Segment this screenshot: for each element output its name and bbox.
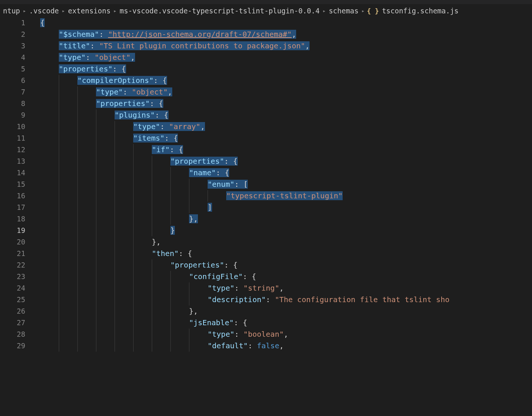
line-number[interactable]: 18 — [0, 213, 25, 225]
chevron-right-icon: ▸ — [320, 8, 328, 14]
token-colon: : — [154, 76, 163, 85]
token-string: "TS Lint plugin contributions to package… — [99, 41, 305, 50]
breadcrumb-item[interactable]: .vscode — [28, 7, 60, 15]
token-link: "http://json-schema.org/draft-07/schema#… — [108, 30, 292, 39]
line-number[interactable]: 5 — [0, 63, 25, 75]
token-colon: : — [234, 180, 243, 189]
line-number[interactable]: 20 — [0, 236, 25, 248]
code-line[interactable]: "type": "boolean", — [40, 329, 532, 340]
code-line[interactable]: "title": "TS Lint plugin contributions t… — [40, 40, 532, 52]
line-number[interactable]: 29 — [0, 340, 25, 352]
token-colon: : — [155, 111, 164, 119]
token-comma: , — [193, 307, 198, 316]
line-number[interactable]: 26 — [0, 305, 25, 317]
token-comma: , — [305, 41, 310, 50]
line-number[interactable]: 1 — [0, 17, 25, 29]
chevron-right-icon: ▸ — [111, 8, 119, 14]
token-colon: : — [90, 41, 99, 50]
code-line[interactable]: "properties": { — [40, 98, 532, 109]
code-line[interactable]: } — [40, 225, 532, 236]
line-number[interactable]: 16 — [0, 190, 25, 202]
code-line[interactable]: "properties": { — [40, 63, 532, 75]
line-number[interactable]: 2 — [0, 29, 25, 40]
code-line[interactable]: "type": "object", — [40, 86, 532, 98]
token-key: "properties" — [96, 99, 150, 108]
line-number[interactable]: 21 — [0, 248, 25, 259]
line-number[interactable]: 11 — [0, 132, 25, 144]
line-number[interactable]: 22 — [0, 259, 25, 271]
token-brace: { — [225, 168, 229, 177]
line-number[interactable]: 27 — [0, 317, 25, 329]
line-number[interactable]: 10 — [0, 121, 25, 132]
token-key: "type" — [208, 330, 234, 339]
line-number[interactable]: 8 — [0, 98, 25, 109]
code-line[interactable]: "properties": { — [40, 259, 532, 271]
token-key: "compilerOptions" — [77, 76, 154, 85]
token-brace: { — [233, 157, 238, 166]
code-line[interactable]: "compilerOptions": { — [40, 75, 532, 86]
code-line[interactable]: }, — [40, 236, 532, 248]
line-number[interactable]: 14 — [0, 167, 25, 179]
code-line[interactable]: "then": { — [40, 248, 532, 259]
breadcrumb-item[interactable]: extensions — [67, 7, 111, 15]
line-number[interactable]: 13 — [0, 156, 25, 167]
line-number[interactable]: 19 — [0, 225, 25, 236]
code-line[interactable]: "if": { — [40, 144, 532, 156]
token-key: "type" — [133, 122, 160, 131]
breadcrumb-item[interactable]: tsconfig.schema.js — [381, 7, 459, 15]
line-number[interactable]: 24 — [0, 282, 25, 294]
code-line[interactable]: "typescript-tslint-plugin" — [40, 190, 532, 202]
code-line[interactable]: "name": { — [40, 167, 532, 179]
code-line[interactable]: "$schema": "http://json-schema.org/draft… — [40, 29, 532, 40]
code-line[interactable]: }, — [40, 305, 532, 317]
token-brace: { — [179, 145, 183, 154]
token-key: "configFile" — [189, 272, 243, 281]
code-area[interactable]: {"$schema": "http://json-schema.org/draf… — [35, 17, 532, 416]
code-line[interactable]: "properties": { — [40, 156, 532, 167]
token-brace: } — [189, 214, 193, 223]
line-number[interactable]: 28 — [0, 329, 25, 340]
line-number[interactable]: 9 — [0, 109, 25, 121]
code-line[interactable]: "type": "string", — [40, 282, 532, 294]
code-line[interactable]: "type": "object", — [40, 52, 532, 63]
token-key: "plugins" — [115, 111, 155, 119]
code-line[interactable]: ] — [40, 202, 532, 213]
token-brace: { — [188, 249, 192, 258]
token-colon: : — [234, 318, 243, 327]
code-line[interactable]: "type": "array", — [40, 121, 532, 132]
code-line[interactable]: "plugins": { — [40, 109, 532, 121]
token-comma: , — [201, 122, 205, 131]
token-colon: : — [164, 134, 173, 143]
breadcrumb-item[interactable]: ms-vscode.vscode-typescript-tslint-plugi… — [119, 7, 321, 15]
token-key: "if" — [152, 145, 170, 154]
token-colon: : — [266, 295, 275, 304]
code-line[interactable]: "items": { — [40, 132, 532, 144]
line-number-gutter[interactable]: 1234567891011121314151617181920212223242… — [0, 17, 35, 416]
line-number[interactable]: 7 — [0, 86, 25, 98]
line-number[interactable]: 3 — [0, 40, 25, 52]
line-number[interactable]: 6 — [0, 75, 25, 86]
tab-bar[interactable] — [0, 0, 532, 4]
breadcrumb[interactable]: ntup ▸ .vscode ▸ extensions ▸ ms-vscode.… — [0, 4, 532, 17]
line-number[interactable]: 25 — [0, 294, 25, 305]
code-line[interactable]: "configFile": { — [40, 271, 532, 282]
breadcrumb-item[interactable]: ntup — [2, 7, 21, 15]
token-key: "then" — [152, 249, 179, 258]
code-line[interactable]: "default": false, — [40, 340, 532, 352]
token-string: "The configuration file that tslint sho — [275, 295, 450, 304]
token-comma: , — [168, 87, 172, 96]
breadcrumb-item[interactable]: schemas — [328, 7, 359, 15]
line-number[interactable]: 12 — [0, 144, 25, 156]
line-number[interactable]: 23 — [0, 271, 25, 282]
line-number[interactable]: 15 — [0, 179, 25, 190]
code-line[interactable]: "jsEnable": { — [40, 317, 532, 329]
code-editor[interactable]: 1234567891011121314151617181920212223242… — [0, 17, 532, 416]
code-line[interactable]: "description": "The configuration file t… — [40, 294, 532, 305]
code-line[interactable]: { — [40, 17, 532, 29]
line-number[interactable]: 4 — [0, 52, 25, 63]
code-line[interactable]: }, — [40, 213, 532, 225]
token-colon: : — [243, 272, 252, 281]
token-bool: false — [257, 341, 279, 350]
line-number[interactable]: 17 — [0, 202, 25, 213]
code-line[interactable]: "enum": [ — [40, 179, 532, 190]
